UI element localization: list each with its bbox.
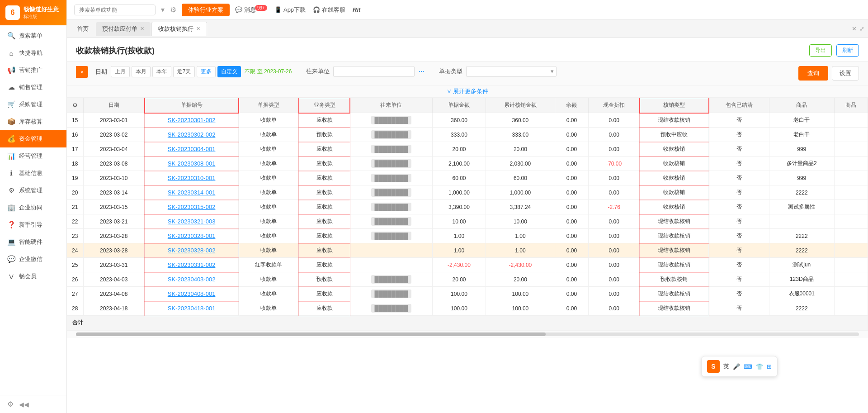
tab-close-window-icon[interactable]: ✕ [852, 25, 857, 32]
sidebar-item-member[interactable]: V畅会员 [0, 268, 66, 285]
partner-input[interactable] [333, 66, 415, 77]
solution-button[interactable]: 体验行业方案 [182, 4, 230, 16]
sidebar-item-quick-nav[interactable]: ⌂快捷导航 [0, 44, 66, 62]
topbar-chevron-icon[interactable]: ▾ [161, 5, 165, 14]
bill-no-link[interactable]: SK-20230418-001 [168, 305, 216, 312]
row-cash-discount: 0.00 [588, 185, 640, 200]
bill-no-link[interactable]: SK-20230331-002 [168, 261, 216, 268]
tab-prepayment[interactable]: 预付款应付单 ✕ [96, 22, 151, 36]
sidebar-item-finance[interactable]: 💰资金管理 [0, 130, 66, 147]
row-partner: ████████ [350, 185, 432, 200]
bill-no-link[interactable]: SK-20230314-001 [168, 189, 216, 196]
row-settled: 否 [709, 185, 769, 200]
row-biz-type: 应收款 [299, 229, 350, 243]
row-bill-no: SK-20230314-001 [145, 185, 239, 200]
sidebar-item-basic[interactable]: ℹ基础信息 [0, 165, 66, 182]
shirt-icon[interactable]: 👕 [756, 363, 763, 370]
date-this-month[interactable]: 本月 [132, 66, 151, 77]
tabs-window-actions: ✕ ⤢ [852, 25, 864, 32]
col-setting[interactable]: ⚙ [67, 98, 83, 113]
sidebar-item-corp[interactable]: 🏢企业协同 [0, 199, 66, 216]
bill-no-link[interactable]: SK-20230301-002 [168, 117, 216, 123]
date-this-year[interactable]: 本年 [152, 66, 171, 77]
row-settled: 否 [709, 157, 769, 171]
topbar-settings-icon[interactable]: ⚙ [170, 5, 176, 14]
row-balance: 0.00 [555, 272, 588, 287]
row-partner: ████████ [350, 200, 432, 214]
row-no: 17 [67, 142, 83, 157]
sidebar-item-search[interactable]: 🔍搜索菜单 [0, 27, 66, 44]
data-table: ⚙ 日期 单据编号 单据类型 业务类型 往来单位 单据金额 累计核销金额 余额 … [67, 98, 868, 330]
row-balance: 0.00 [555, 301, 588, 316]
tab-receivable[interactable]: 收款核销执行 ✕ [151, 22, 207, 36]
row-total-cancel: 1.00 [486, 243, 555, 258]
user-profile[interactable]: Rit [353, 6, 360, 13]
bill-no-link[interactable]: SK-20230403-002 [168, 276, 216, 283]
col-settings-icon: ⚙ [72, 102, 78, 109]
sidebar-item-hardware[interactable]: 💻智能硬件 [0, 233, 66, 251]
tab-expand-icon[interactable]: ⤢ [859, 25, 864, 32]
refresh-button[interactable]: 刷新 [836, 44, 859, 57]
row-total-cancel: 1.00 [486, 229, 555, 243]
sidebar-item-system[interactable]: ⚙系统管理 [0, 182, 66, 199]
sidebar-item-wechat[interactable]: 💬企业微信 [0, 251, 66, 268]
tab-prepayment-close[interactable]: ✕ [140, 26, 144, 32]
bill-type-select[interactable] [466, 66, 557, 77]
bill-no-link[interactable]: SK-20230321-003 [168, 218, 216, 225]
search-input[interactable] [74, 5, 156, 15]
export-button[interactable]: 导出 [809, 44, 832, 57]
date-7days[interactable]: 近7天 [173, 66, 195, 77]
query-button[interactable]: 查询 [798, 66, 828, 81]
bill-no-link[interactable]: SK-20230408-001 [168, 290, 216, 297]
row-cash-discount: 0.00 [588, 171, 640, 185]
row-settled: 否 [709, 229, 769, 243]
sidebar-item-guide[interactable]: ❓新手引导 [0, 216, 66, 233]
messages-action[interactable]: 💬 消息 99+ [235, 6, 267, 14]
bill-no-link[interactable]: SK-20230328-002 [168, 247, 216, 254]
expand-more-conditions[interactable]: ∨ 展开更多条件 [67, 85, 868, 98]
date-more[interactable]: 更多 [197, 66, 216, 77]
bill-no-link[interactable]: SK-20230304-001 [168, 146, 216, 152]
sidebar-item-inventory[interactable]: 📦库存核算 [0, 113, 66, 130]
bill-no-link[interactable]: SK-20230302-002 [168, 131, 216, 138]
date-custom-button[interactable]: 自定义 [217, 66, 241, 77]
sidebar-item-purchase[interactable]: 🛒采购管理 [0, 96, 66, 113]
horizontal-scrollbar[interactable] [76, 332, 859, 336]
mic-icon[interactable]: 🎤 [733, 363, 740, 370]
row-bill-type: 收款单 [239, 200, 299, 214]
col-total-cancel: 累计核销金额 [486, 98, 555, 113]
grid-icon[interactable]: ⊞ [767, 363, 772, 370]
date-last-month[interactable]: 上月 [111, 66, 130, 77]
bill-no-link[interactable]: SK-20230310-001 [168, 175, 216, 181]
row-partner: ████████ [350, 142, 432, 157]
app-download-action[interactable]: 📱 App下载 [274, 6, 306, 14]
tab-home[interactable]: 首页 [71, 22, 95, 36]
online-service-action[interactable]: 🎧 在线客服 [313, 6, 345, 14]
row-no: 28 [67, 301, 83, 316]
row-amount: 100.00 [432, 301, 486, 316]
setting-button[interactable]: 设置 [832, 66, 859, 81]
sidebar-item-marketing[interactable]: 📢营销推广 [0, 62, 66, 79]
row-goods: 老白干 [769, 113, 834, 128]
row-partner: ████████ [350, 301, 432, 316]
bill-no-link[interactable]: SK-20230315-002 [168, 204, 216, 210]
sidebar-item-sales[interactable]: ☁销售管理 [0, 79, 66, 96]
bill-no-link[interactable]: SK-20230308-001 [168, 160, 216, 167]
sidebar-footer: ⚙ ◀◀ [0, 395, 66, 413]
row-bill-type: 收款单 [239, 157, 299, 171]
sales-icon: ☁ [7, 83, 15, 91]
tab-receivable-close[interactable]: ✕ [196, 26, 200, 32]
row-balance: 0.00 [555, 142, 588, 157]
date-label: 日期 [95, 68, 107, 76]
collapse-icon[interactable]: ◀◀ [19, 401, 29, 408]
row-partner: ████████ [350, 287, 432, 301]
row-cancel-type: 现结收款核销 [640, 243, 709, 258]
keyboard-icon[interactable]: ⌨ [744, 363, 752, 370]
settings-icon[interactable]: ⚙ [7, 400, 14, 408]
footer-total-label: 合计 [67, 316, 868, 330]
sidebar-item-business[interactable]: 📊经营管理 [0, 147, 66, 165]
bill-no-link[interactable]: SK-20230328-001 [168, 233, 216, 239]
filter-toggle-button[interactable]: » [76, 66, 88, 78]
row-amount: 333.00 [432, 128, 486, 142]
partner-more-icon[interactable]: ··· [418, 67, 424, 76]
